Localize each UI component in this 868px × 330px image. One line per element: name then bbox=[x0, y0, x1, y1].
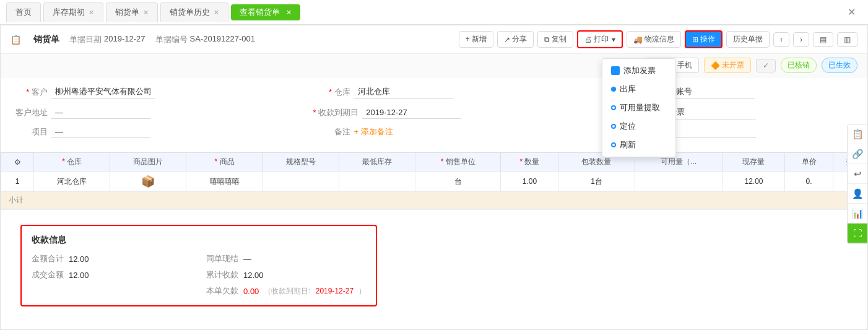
effective-badge: 已生效 bbox=[822, 58, 857, 73]
col-spec: 规格型号 bbox=[263, 153, 339, 172]
check-icon: ✓ bbox=[763, 61, 769, 70]
second-toolbar: 📱 来自手机 🔶 未开票 ✓ 已核销 已生效 bbox=[1, 54, 867, 77]
col-product: 商品 bbox=[186, 153, 263, 172]
row-unit: 台 bbox=[415, 172, 501, 192]
due-label: 本单欠款 bbox=[206, 285, 238, 297]
right-icon-panel: 📋 🔗 ↩ 👤 📊 ⛶ bbox=[847, 124, 868, 244]
add-invoice-item[interactable]: 添加发票 bbox=[602, 61, 675, 80]
same-settle-value: — bbox=[243, 254, 251, 264]
check-btn[interactable]: ✓ bbox=[756, 59, 776, 72]
tab-history-label: 销货单历史 bbox=[170, 7, 210, 18]
project-value[interactable]: — bbox=[51, 126, 150, 138]
print-icon: 🖨 bbox=[584, 35, 592, 44]
payment-grid: 金额合计 12.00 同单现结 — 成交金额 12.00 累计收款 12.00 bbox=[32, 253, 366, 297]
add-note-btn[interactable]: 添加备注 bbox=[354, 126, 393, 137]
print-label: 打印 bbox=[594, 34, 609, 45]
tab-home[interactable]: 首页 bbox=[6, 2, 41, 22]
refresh-item[interactable]: 刷新 bbox=[602, 136, 675, 154]
right-icon-expand[interactable]: ⛶ bbox=[848, 224, 867, 243]
outbound-icon bbox=[611, 87, 616, 92]
right-icon-doc[interactable]: 📋 bbox=[848, 124, 867, 144]
right-icon-chart[interactable]: 📊 bbox=[848, 204, 867, 224]
print-button[interactable]: 🖨 打印 ▾ bbox=[577, 30, 623, 48]
tab-view-close[interactable]: ✕ bbox=[286, 9, 292, 16]
layout1-button[interactable]: ▤ bbox=[813, 32, 833, 47]
date-label: 单据日期 bbox=[69, 34, 102, 45]
customer-value[interactable]: 柳州粤港平安气体有限公司 bbox=[51, 85, 155, 99]
row-spec bbox=[263, 172, 339, 192]
payment-area: 收款信息 金额合计 12.00 同单现结 — 成交金额 12.00 bbox=[1, 210, 867, 321]
tab-view-label: 查看销货单 bbox=[240, 7, 280, 17]
tab-sales-order[interactable]: 销货单 ✕ bbox=[106, 2, 158, 22]
doc-num-value: SA-20191227-001 bbox=[190, 34, 256, 45]
col-stock: 现存量 bbox=[723, 153, 784, 172]
address-label: 客户地址 bbox=[11, 107, 48, 118]
row-product[interactable]: 嘻嘻嘻嘻 bbox=[186, 172, 263, 192]
note-label: 备注 bbox=[313, 126, 350, 137]
due-date-label: 收款到期日 bbox=[313, 107, 359, 118]
due-value: 0.00 bbox=[243, 287, 259, 296]
right-icon-link[interactable]: 🔗 bbox=[848, 144, 867, 164]
deal-label: 成交金额 bbox=[32, 269, 64, 280]
locate-item[interactable]: 定位 bbox=[602, 117, 675, 136]
product-table-wrapper: ⚙ 仓库 商品图片 商品 规格型号 最低库存 销售单位 数量 包装数量 可用量（… bbox=[1, 152, 867, 210]
layout2-button[interactable]: ▥ bbox=[837, 32, 857, 47]
not-open-btn[interactable]: 🔶 未开票 bbox=[704, 58, 751, 73]
operations-dropdown: 添加发票 出库 可用量提取 定位 刷新 bbox=[602, 58, 676, 157]
available-qty-item[interactable]: 可用量提取 bbox=[602, 98, 675, 117]
logistics-label: 物流信息 bbox=[644, 34, 674, 45]
row-price: 0. bbox=[785, 172, 833, 192]
operations-button[interactable]: ⊞ 操作 bbox=[685, 30, 723, 48]
row-warehouse: 河北仓库 bbox=[34, 172, 110, 192]
payment-row-same: 同单现结 — bbox=[206, 253, 366, 264]
right-icon-user[interactable]: 👤 bbox=[848, 184, 867, 204]
next-button[interactable]: › bbox=[793, 32, 809, 47]
outbound-label: 出库 bbox=[620, 84, 636, 95]
outbound-item[interactable]: 出库 bbox=[602, 80, 675, 98]
add-invoice-icon bbox=[611, 66, 620, 75]
row-min-stock bbox=[339, 172, 415, 192]
col-min-stock: 最低库存 bbox=[339, 153, 415, 172]
share-button[interactable]: ↗ 分享 bbox=[497, 31, 534, 48]
due-date-value[interactable]: 2019-12-27 bbox=[362, 106, 461, 119]
product-image-icon: 📦 bbox=[141, 175, 155, 188]
payment-row-due: 本单欠款 0.00 （收款到期日: 2019-12-27 ） bbox=[206, 285, 366, 297]
tab-history-close[interactable]: ✕ bbox=[214, 9, 219, 17]
logistics-button[interactable]: 🚚 物流信息 bbox=[627, 31, 681, 48]
share-icon: ↗ bbox=[504, 35, 510, 44]
tab-sales-close[interactable]: ✕ bbox=[143, 9, 149, 17]
new-button[interactable]: + 新增 bbox=[459, 31, 493, 48]
date-value: 2019-12-27 bbox=[104, 34, 145, 45]
payment-title: 收款信息 bbox=[32, 235, 366, 246]
customer-label: 客户 bbox=[11, 87, 48, 98]
doc-title: 销货单 bbox=[33, 34, 59, 45]
address-value[interactable]: — bbox=[51, 106, 150, 119]
col-settings[interactable]: ⚙ bbox=[1, 153, 34, 172]
copy-button[interactable]: ⧉ 复制 bbox=[537, 31, 573, 48]
tab-view-sales[interactable]: 查看销货单 ✕ bbox=[231, 4, 300, 20]
history-button[interactable]: 历史单据 bbox=[726, 31, 770, 48]
refresh-label: 刷新 bbox=[620, 139, 636, 150]
warehouse-value[interactable]: 河北仓库 bbox=[354, 85, 453, 99]
form-section: 客户 柳州粤港平安气体有限公司 仓库 河北仓库 业务员 演示账号 客户地址 — bbox=[1, 77, 867, 152]
prev-button[interactable]: ‹ bbox=[773, 32, 789, 47]
locate-icon bbox=[611, 124, 616, 129]
print-dropdown-icon: ▾ bbox=[612, 35, 615, 44]
payment-row-1: 金额合计 12.00 bbox=[32, 253, 191, 264]
not-open-label: 未开票 bbox=[722, 60, 744, 71]
due-date: 2019-12-27 bbox=[316, 287, 354, 295]
refresh-icon bbox=[611, 142, 616, 147]
doc-header: 📋 销货单 单据日期 2019-12-27 单据编号 SA-20191227-0… bbox=[1, 25, 867, 54]
product-table: ⚙ 仓库 商品图片 商品 规格型号 最低库存 销售单位 数量 包装数量 可用量（… bbox=[1, 152, 867, 209]
doc-icon: 📋 bbox=[11, 35, 21, 45]
row-pack: 1台 bbox=[558, 172, 635, 192]
tab-sales-history[interactable]: 销货单历史 ✕ bbox=[160, 2, 228, 22]
tab-inventory-start[interactable]: 库存期初 ✕ bbox=[43, 2, 103, 22]
cancelled-badge: 已核销 bbox=[781, 58, 817, 73]
main-toolbar: + 新增 ↗ 分享 ⧉ 复制 🖨 打印 ▾ 🚚 物流信息 bbox=[459, 30, 857, 48]
tab-inventory-close[interactable]: ✕ bbox=[89, 9, 94, 17]
logistics-icon: 🚚 bbox=[633, 35, 643, 44]
window-close[interactable]: ✕ bbox=[841, 6, 862, 18]
right-icon-rotate[interactable]: ↩ bbox=[848, 164, 867, 184]
available-qty-icon bbox=[611, 105, 616, 110]
